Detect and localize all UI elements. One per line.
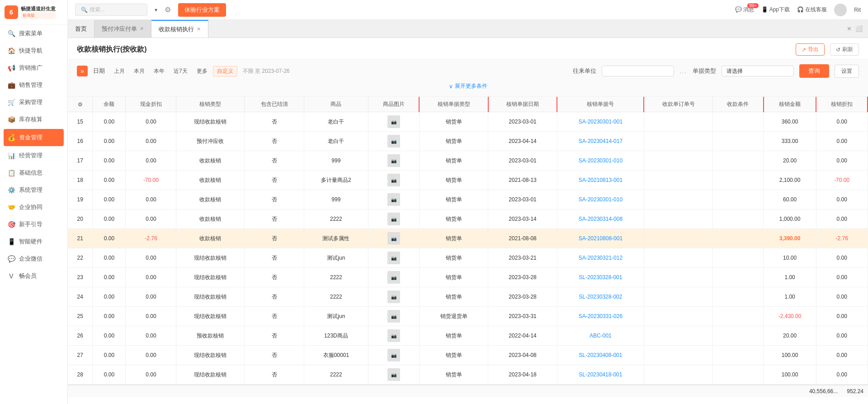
header-actions: ↗ 导出 ↺ 刷新 (796, 43, 859, 56)
refresh-button[interactable]: ↺ 刷新 (830, 43, 859, 56)
sidebar-item-inventory[interactable]: 📦库存核算 (0, 111, 67, 128)
sidebar-item-search[interactable]: 🔍搜索菜单 (0, 25, 67, 42)
sidebar-item-purchase[interactable]: 🛒采购管理 (0, 94, 67, 111)
settings-button[interactable]: 设置 (835, 65, 859, 78)
sidebar-item-system[interactable]: ⚙️系统管理 (0, 181, 67, 199)
doc-no-link[interactable]: SA-20230331-026 (579, 313, 623, 319)
sidebar-item-basic[interactable]: 📋基础信息 (0, 164, 67, 181)
balance: 0.00 (93, 171, 126, 190)
app-download[interactable]: 📱 App下载 (761, 6, 790, 14)
amount: 1,000.00 (764, 209, 816, 229)
doc-no[interactable]: SA-20210808-001 (557, 229, 644, 248)
table-row: 190.000.00收款核销否999📷销货单2023-03-01SA-20230… (68, 190, 868, 209)
messages-badge-container[interactable]: 💬 消息 99+ (735, 6, 754, 14)
doc-no-link[interactable]: SL-20230418-001 (579, 371, 622, 378)
sidebar-item-guide[interactable]: 🎯新手引导 (0, 216, 67, 233)
table-row: 220.000.00现结收款核销否测试jun📷销货单2023-03-21SA-2… (68, 248, 868, 268)
date-this-month-btn[interactable]: 本月 (130, 67, 148, 76)
sidebar-item-hardware[interactable]: 📱智能硬件 (0, 233, 67, 250)
gear-icon[interactable]: ⚙ (165, 5, 171, 14)
sidebar-item-member[interactable]: V畅会员 (0, 267, 67, 285)
order-no (644, 229, 712, 248)
tab-close-receipts[interactable]: ✕ (197, 26, 201, 32)
online-service[interactable]: 🎧 在线客服 (797, 6, 827, 14)
tab-prepay[interactable]: 预付冲应付单 ✕ (94, 20, 151, 38)
topbar-dropdown[interactable]: ▾ (155, 7, 157, 13)
date-this-year-btn[interactable]: 本年 (150, 67, 168, 76)
doc-no-link[interactable]: SA-20230314-008 (579, 216, 623, 222)
goods: 测试多属性 (304, 229, 368, 248)
doc-no[interactable]: SA-20230321-012 (557, 248, 644, 268)
doc-no-link[interactable]: SA-20230301-001 (579, 119, 623, 125)
doc-no-link[interactable]: SA-20230301-010 (579, 157, 623, 164)
sidebar-item-quicknav[interactable]: 🏠快捷导航 (0, 42, 67, 59)
sidebar-item-funds[interactable]: 💰资金管理 (4, 129, 64, 146)
doc-no-link[interactable]: SA-20230321-012 (579, 255, 623, 261)
doc-no[interactable]: SA-20210813-001 (557, 171, 644, 190)
balance: 0.00 (93, 268, 126, 287)
goods-img: 📷 (368, 346, 420, 365)
tab-close-prepay[interactable]: ✕ (140, 26, 144, 32)
sidebar-item-sales[interactable]: 💼销售管理 (0, 76, 67, 94)
goods: 2222 (304, 287, 368, 307)
table-row: 250.000.00现结收款核销否测试jun📷销货退货单2023-03-31SA… (68, 307, 868, 326)
topbar: 🔍 搜索... ▾ ⚙ 休验行业方案 💬 消息 99+ 📱 App下载 🎧 在线… (68, 0, 868, 20)
doc-no[interactable]: SL-20230328-002 (557, 287, 644, 307)
doc-no[interactable]: SA-20230331-026 (557, 307, 644, 326)
doc-no[interactable]: SA-20230301-010 (557, 151, 644, 171)
expand-conditions-button[interactable]: ∨ 展开更多条件 (77, 81, 859, 92)
doc-no[interactable]: SA-20230314-008 (557, 209, 644, 229)
tabbar: 首页 预付冲应付单 ✕ 收款核销执行 ✕ ✕ ⬜ (68, 20, 868, 38)
topbar-search-box[interactable]: 🔍 搜索... (75, 4, 147, 16)
partner-dots[interactable]: ... (679, 68, 687, 75)
sidebar-item-marketing[interactable]: 📢营销推广 (0, 59, 67, 76)
table-header: ⚙余额现金折扣核销类型包含已结清商品商品图片核销单据类型核销单据日期核销单据号收… (68, 97, 868, 112)
doc-no-link[interactable]: SL-20230328-001 (579, 274, 622, 280)
doc-no-link[interactable]: SL-20230408-001 (579, 352, 622, 358)
doc-no-link[interactable]: SA-20230414-017 (579, 138, 623, 144)
doc-no[interactable]: SA-20230414-017 (557, 132, 644, 151)
amount: 1.00 (764, 287, 816, 307)
cash-discount: 0.00 (126, 112, 176, 132)
industry-solution-button[interactable]: 休验行业方案 (178, 3, 226, 17)
doc-no-link[interactable]: SA-20210813-001 (579, 177, 623, 183)
doc-no[interactable]: SL-20230408-001 (557, 346, 644, 365)
doc-no-link[interactable]: SA-20210808-001 (579, 235, 623, 242)
discount: 0.00 (816, 287, 868, 307)
col-header-1: 余额 (93, 97, 126, 112)
doc-no[interactable]: SA-20230301-010 (557, 190, 644, 209)
query-button[interactable]: 查询 (799, 64, 829, 78)
sidebar-item-operation[interactable]: 📊经营管理 (0, 147, 67, 164)
voucher-type-select[interactable]: 请选择 (722, 66, 794, 76)
goods-img: 📷 (368, 326, 420, 346)
doc-no-link[interactable]: SL-20230328-002 (579, 294, 622, 300)
partner-input[interactable] (602, 66, 674, 76)
doc-no[interactable]: SL-20230328-001 (557, 268, 644, 287)
doc-type: 销货单 (419, 326, 488, 346)
maximize-icon[interactable]: ⬜ (855, 25, 863, 32)
settings-col-icon[interactable]: ⚙ (78, 101, 83, 108)
close-tab-icon[interactable]: ✕ (847, 25, 852, 32)
sidebar-item-wechat[interactable]: 💬企业微信 (0, 250, 67, 267)
date-custom-btn[interactable]: 自定义 (213, 66, 237, 76)
order-no (644, 132, 712, 151)
date-more-btn[interactable]: 更多 (193, 67, 211, 76)
cancel-type: 收款核销 (176, 190, 245, 209)
table-footer: 40,556,66... 952.24 (68, 385, 868, 397)
doc-no[interactable]: SL-20230418-001 (557, 365, 644, 385)
product-image: 📷 (387, 154, 400, 167)
date-prev-month-btn[interactable]: 上月 (110, 67, 128, 76)
filter-toggle-button[interactable]: » (77, 66, 88, 76)
doc-no-link[interactable]: ABC-001 (590, 333, 612, 339)
doc-no[interactable]: ABC-001 (557, 326, 644, 346)
date-7days-btn[interactable]: 近7天 (170, 67, 191, 76)
tab-receipts[interactable]: 收款核销执行 ✕ (151, 20, 208, 38)
sidebar-item-cooperation[interactable]: 🤝企业协同 (0, 199, 67, 216)
doc-no-link[interactable]: SA-20230301-010 (579, 196, 623, 203)
col-header-6: 商品图片 (368, 97, 420, 112)
goods-img: 📷 (368, 151, 420, 171)
tab-home[interactable]: 首页 (68, 20, 94, 38)
doc-no[interactable]: SA-20230301-001 (557, 112, 644, 132)
user-avatar[interactable] (834, 4, 847, 16)
export-button[interactable]: ↗ 导出 (796, 43, 825, 56)
